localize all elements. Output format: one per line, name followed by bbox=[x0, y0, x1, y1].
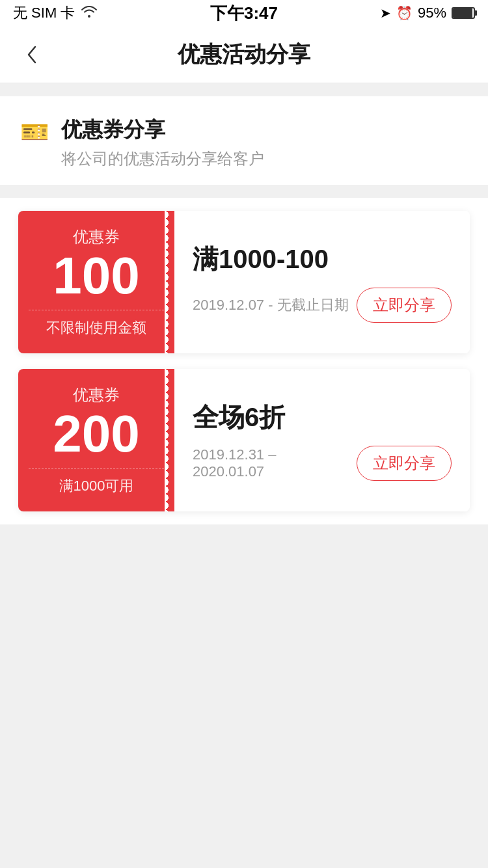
carrier-text: 无 SIM 卡 bbox=[13, 3, 75, 23]
coupon-name-0: 满1000-100 bbox=[193, 241, 452, 277]
coupon-item: 优惠券 100 不限制使用金额 满1000-100 2019.12.07 - 无… bbox=[18, 211, 470, 353]
coupon-left-0: 优惠券 100 不限制使用金额 bbox=[18, 211, 174, 353]
coupon-amount-0: 100 bbox=[53, 250, 139, 302]
coupon-item-1: 优惠券 200 满1000可用 全场6折 2019.12.31 – 2020.0… bbox=[18, 369, 470, 511]
battery-percent: 95% bbox=[418, 5, 446, 21]
status-time: 下午3:47 bbox=[210, 2, 278, 25]
coupon-right-0: 满1000-100 2019.12.07 - 无截止日期 立即分享 bbox=[174, 211, 470, 353]
share-button-0[interactable]: 立即分享 bbox=[357, 288, 452, 323]
empty-space bbox=[0, 524, 488, 868]
coupon-date-1: 2019.12.31 – 2020.01.07 bbox=[193, 446, 349, 480]
nav-bar: 优惠活动分享 bbox=[0, 26, 488, 83]
coupon-amount-1: 200 bbox=[53, 408, 139, 460]
back-button[interactable] bbox=[18, 40, 47, 69]
coupon-divider-0 bbox=[29, 310, 164, 310]
status-right: ➤ ⏰ 95% bbox=[380, 5, 475, 21]
battery-icon bbox=[452, 7, 475, 19]
coupon-footer-0: 2019.12.07 - 无截止日期 立即分享 bbox=[193, 288, 452, 323]
section-header: 🎫 优惠券分享 将公司的优惠活动分享给客户 bbox=[0, 96, 488, 185]
status-bar: 无 SIM 卡 下午3:47 ➤ ⏰ 95% bbox=[0, 0, 488, 26]
alarm-icon: ⏰ bbox=[396, 5, 413, 21]
share-button-1[interactable]: 立即分享 bbox=[357, 446, 452, 481]
coupon-condition-1: 满1000可用 bbox=[59, 476, 134, 496]
coupon-list: 优惠券 100 不限制使用金额 满1000-100 2019.12.07 - 无… bbox=[0, 198, 488, 524]
section-subtitle: 将公司的优惠活动分享给客户 bbox=[61, 148, 264, 169]
coupon-footer-1: 2019.12.31 – 2020.01.07 立即分享 bbox=[193, 446, 452, 481]
coupon-left-1: 优惠券 200 满1000可用 bbox=[18, 369, 174, 511]
section-icon: 🎫 bbox=[18, 116, 51, 148]
coupon-date-0: 2019.12.07 - 无截止日期 bbox=[193, 295, 349, 315]
section-text: 优惠券分享 将公司的优惠活动分享给客户 bbox=[61, 116, 264, 169]
coupon-label-1: 优惠券 bbox=[73, 385, 120, 405]
location-icon: ➤ bbox=[380, 5, 391, 21]
section-title: 优惠券分享 bbox=[61, 116, 264, 144]
status-left: 无 SIM 卡 bbox=[13, 3, 98, 23]
coupon-name-1: 全场6折 bbox=[193, 400, 452, 435]
coupon-right-1: 全场6折 2019.12.31 – 2020.01.07 立即分享 bbox=[174, 369, 470, 511]
wifi-icon bbox=[80, 5, 98, 21]
coupon-label-0: 优惠券 bbox=[73, 226, 120, 247]
page-title: 优惠活动分享 bbox=[178, 40, 310, 70]
coupon-condition-0: 不限制使用金额 bbox=[46, 318, 146, 338]
coupon-divider-1 bbox=[29, 468, 164, 468]
